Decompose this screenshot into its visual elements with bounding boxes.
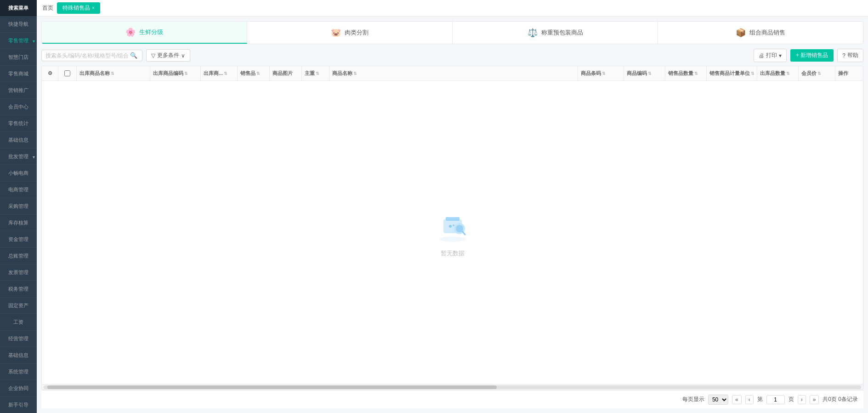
page-label: 第	[757, 396, 763, 403]
category-tabs: 🌸 生鲜分级 🐷 肉类分割 ⚖️ 称重预包装商品 📦 组合商品销售	[41, 21, 863, 44]
page-input[interactable]	[766, 395, 785, 404]
pagination: 每页显示 50 « ‹ 第 页 › » 共0页 0条记录	[41, 390, 863, 408]
sidebar-item-retailmall[interactable]: 零售商城	[0, 66, 37, 82]
topbar: 首页 特殊销售品 ×	[37, 0, 868, 17]
sidebar-item-bizmanage[interactable]: 经营管理	[0, 331, 37, 347]
th-outlet-code[interactable]: 出库商品编码 ⇅	[150, 66, 201, 80]
sidebar-item-guide[interactable]: 新手引导	[0, 397, 37, 413]
tab-close-icon[interactable]: ×	[92, 6, 95, 11]
sidebar-item-enterprise[interactable]: 企业协同	[0, 380, 37, 397]
th-barcode[interactable]: 商品条码 ⇅	[578, 66, 624, 80]
sidebar-item-basicinfo1[interactable]: 基础信息	[0, 132, 37, 149]
filter-icon: ▽	[151, 52, 155, 59]
data-table: ⚙ 出库商品名称 ⇅ 出库商品编码 ⇅ 出库商... ⇅ 销售品	[41, 66, 863, 390]
sidebar-item-tax[interactable]: 税务管理	[0, 281, 37, 298]
help-button[interactable]: ? 帮助	[837, 49, 863, 62]
sort-icon-outlet-name: ⇅	[111, 71, 114, 76]
th-qty[interactable]: 销售品数量 ⇅	[665, 66, 707, 80]
sidebar-item-basicinfo2[interactable]: 基础信息	[0, 347, 37, 364]
sort-icon-outlet-qty: ⇅	[786, 71, 790, 76]
th-sku[interactable]: 商品编码 ⇅	[624, 66, 665, 80]
per-page-label: 每页显示	[682, 396, 704, 403]
sidebar: 搜索菜单 快捷导航 零售管理 智慧门店 零售商城 营销推广 会员中心 零售统计 …	[0, 0, 37, 413]
sidebar-item-inventory[interactable]: 库存核算	[0, 215, 37, 231]
th-action: 操作	[835, 66, 863, 80]
sidebar-item-wholesale[interactable]: 批发管理	[0, 149, 37, 165]
sidebar-item-miniapp[interactable]: 小畅电商	[0, 165, 37, 182]
content-area: 🌸 生鲜分级 🐷 肉类分割 ⚖️ 称重预包装商品 📦 组合商品销售 🔍	[37, 17, 868, 413]
sidebar-logo[interactable]: 搜索菜单	[0, 0, 37, 16]
sidebar-item-sysmanage[interactable]: 系统管理	[0, 364, 37, 380]
first-page-button[interactable]: «	[732, 395, 742, 404]
sort-icon-barcode: ⇅	[602, 71, 606, 76]
th-outlet-spec[interactable]: 出库商... ⇅	[201, 66, 238, 80]
sidebar-item-quicknav[interactable]: 快捷导航	[0, 16, 37, 33]
weigh-icon: ⚖️	[528, 28, 538, 38]
th-name-label: 商品名称	[332, 70, 352, 77]
sort-icon-sku: ⇅	[648, 71, 652, 76]
cat-tab-combo[interactable]: 📦 组合商品销售	[658, 22, 863, 44]
help-label: 帮助	[847, 52, 858, 59]
th-checkbox[interactable]	[58, 66, 77, 80]
last-page-button[interactable]: »	[810, 395, 819, 404]
th-outlet-spec-label: 出库商...	[204, 70, 223, 77]
th-weight[interactable]: 主重 ⇅	[302, 66, 329, 80]
breadcrumb-home[interactable]: 首页	[42, 4, 53, 12]
scroll-thumb	[47, 385, 497, 389]
th-outlet-qty[interactable]: 出库品数量 ⇅	[757, 66, 799, 80]
filter-button[interactable]: ▽ 更多条件 ∨	[146, 49, 190, 62]
sidebar-item-retailstat[interactable]: 零售统计	[0, 115, 37, 132]
empty-state: 暂无数据	[42, 81, 863, 384]
sidebar-item-marketing[interactable]: 营销推广	[0, 82, 37, 99]
table-header: ⚙ 出库商品名称 ⇅ 出库商品编码 ⇅ 出库商... ⇅ 销售品	[42, 66, 863, 81]
meat-icon: 🐷	[331, 28, 341, 38]
cat-tab-weigh[interactable]: ⚖️ 称重预包装商品	[453, 22, 658, 44]
sidebar-item-purchase[interactable]: 采购管理	[0, 198, 37, 215]
th-outlet-name-label: 出库商品名称	[79, 70, 110, 77]
th-setting[interactable]: ⚙	[42, 66, 58, 80]
sidebar-item-ecommercemanage[interactable]: 电商管理	[0, 182, 37, 198]
prev-page-button[interactable]: ‹	[745, 395, 754, 404]
sidebar-item-salary[interactable]: 工资	[0, 314, 37, 331]
th-action-label: 操作	[838, 70, 848, 77]
th-outlet-name[interactable]: 出库商品名称 ⇅	[77, 66, 150, 80]
search-icon[interactable]: 🔍	[130, 52, 137, 59]
print-button[interactable]: 🖨 打印 ▾	[754, 49, 787, 62]
sidebar-item-fixedasset[interactable]: 固定资产	[0, 298, 37, 314]
total-label: 共0页 0条记录	[823, 396, 858, 403]
th-name[interactable]: 商品名称 ⇅	[329, 66, 578, 80]
th-barcode-label: 商品条码	[581, 70, 601, 77]
th-img[interactable]: 商品图片	[270, 66, 302, 80]
new-label: + 新增销售品	[796, 52, 828, 59]
empty-illustration	[434, 208, 471, 245]
th-weight-label: 主重	[305, 70, 315, 77]
sort-icon-weight: ⇅	[316, 71, 319, 76]
horizontal-scrollbar[interactable]	[42, 384, 863, 390]
sidebar-item-finance[interactable]: 资金管理	[0, 231, 37, 248]
page-unit: 页	[789, 396, 794, 403]
cat-tab-combo-label: 组合商品销售	[749, 29, 785, 37]
next-page-button[interactable]: ›	[798, 395, 806, 404]
svg-point-7	[453, 224, 454, 226]
search-input[interactable]	[45, 52, 128, 59]
th-member-price[interactable]: 会员价 ⇅	[799, 66, 835, 80]
combo-icon: 📦	[736, 28, 746, 38]
th-sale[interactable]: 销售品 ⇅	[238, 66, 270, 80]
cat-tab-fresh[interactable]: 🌸 生鲜分级	[42, 22, 247, 44]
new-button[interactable]: + 新增销售品	[790, 49, 834, 62]
sidebar-item-ledger[interactable]: 总账管理	[0, 248, 37, 264]
toolbar-left: 🔍 ▽ 更多条件 ∨	[41, 49, 190, 62]
search-box[interactable]: 🔍	[41, 50, 142, 61]
sidebar-item-member[interactable]: 会员中心	[0, 99, 37, 115]
active-tab[interactable]: 特殊销售品 ×	[57, 2, 100, 14]
sort-icon-name: ⇅	[353, 71, 357, 76]
cat-tab-meat[interactable]: 🐷 肉类分割	[247, 22, 453, 44]
th-unit[interactable]: 销售商品计量单位 ⇅	[707, 66, 757, 80]
select-all-checkbox[interactable]	[64, 70, 70, 76]
svg-rect-2	[446, 217, 460, 221]
sort-icon-sale: ⇅	[256, 71, 260, 76]
sidebar-item-invoice[interactable]: 发票管理	[0, 264, 37, 281]
per-page-select[interactable]: 50	[708, 395, 728, 405]
sidebar-item-smartstore[interactable]: 智慧门店	[0, 49, 37, 66]
sidebar-item-retail[interactable]: 零售管理	[0, 33, 37, 49]
